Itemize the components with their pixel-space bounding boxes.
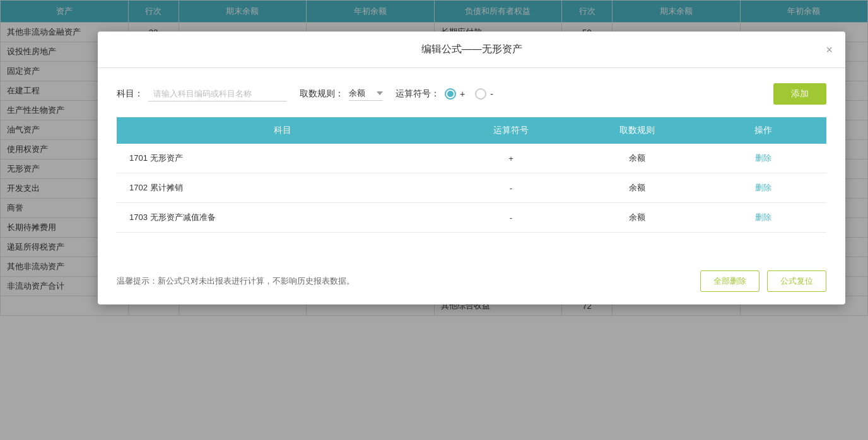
formula-table: 科目 运算符号 取数规则 操作 1701 无形资产 + 余额 删除 1702 累… <box>117 117 826 233</box>
subject-label: 科目： <box>117 88 143 100</box>
subject-group: 科目： <box>117 86 287 101</box>
rule-select[interactable]: 余额 <box>349 88 383 101</box>
radio-plus-circle <box>445 88 456 100</box>
delete-row-link[interactable]: 删除 <box>755 183 771 192</box>
formula-table-header-row: 科目 运算符号 取数规则 操作 <box>117 117 826 144</box>
reset-formula-button[interactable]: 公式复位 <box>767 270 826 292</box>
modal-footer: 温馨提示：新公式只对未出报表进行计算，不影响历史报表数据。 全部删除 公式复位 <box>98 260 845 304</box>
formula-operator-cell: + <box>448 144 574 173</box>
rule-value: 余额 <box>349 88 374 99</box>
subject-input[interactable] <box>148 86 287 101</box>
formula-rule-cell: 余额 <box>574 173 700 203</box>
formula-subject-cell: 1703 无形资产减值准备 <box>117 203 448 233</box>
modal-title: 编辑公式——无形资产 <box>421 43 522 56</box>
operator-group: 运算符号： + - <box>396 88 493 100</box>
edit-formula-modal: 编辑公式——无形资产 × 科目： 取数规则： 余额 运算符号： <box>98 32 845 304</box>
delete-all-button[interactable]: 全部删除 <box>700 270 760 292</box>
th-subject: 科目 <box>117 117 448 144</box>
formula-subject-cell: 1702 累计摊销 <box>117 173 448 203</box>
formula-table-head: 科目 运算符号 取数规则 操作 <box>117 117 826 144</box>
rule-group: 取数规则： 余额 <box>300 88 383 101</box>
operator-minus-radio[interactable]: - <box>475 88 493 100</box>
footer-button-group: 全部删除 公式复位 <box>700 270 826 292</box>
formula-rule-cell: 余额 <box>574 144 700 173</box>
formula-action-cell: 删除 <box>700 144 826 173</box>
delete-row-link[interactable]: 删除 <box>755 153 771 163</box>
operator-plus-label: + <box>460 89 465 99</box>
modal-body: 科目： 取数规则： 余额 运算符号： + <box>98 68 845 260</box>
formula-table-row: 1703 无形资产减值准备 - 余额 删除 <box>117 203 826 233</box>
formula-subject-cell: 1701 无形资产 <box>117 144 448 173</box>
formula-table-row: 1702 累计摊销 - 余额 删除 <box>117 173 826 203</box>
operator-plus-radio[interactable]: + <box>445 88 465 100</box>
formula-action-cell: 删除 <box>700 203 826 233</box>
operator-minus-label: - <box>490 89 493 99</box>
th-rule: 取数规则 <box>574 117 700 144</box>
operator-label: 运算符号： <box>396 88 440 100</box>
operator-radio-group: + - <box>445 88 493 100</box>
rule-label: 取数规则： <box>300 88 344 100</box>
chevron-down-icon[interactable] <box>377 91 383 95</box>
formula-table-row: 1701 无形资产 + 余额 删除 <box>117 144 826 173</box>
th-operator: 运算符号 <box>448 117 574 144</box>
delete-row-link[interactable]: 删除 <box>755 212 771 222</box>
formula-form-row: 科目： 取数规则： 余额 运算符号： + <box>117 83 826 105</box>
radio-minus-circle <box>475 88 486 100</box>
formula-operator-cell: - <box>448 203 574 233</box>
tip-text: 温馨提示：新公式只对未出报表进行计算，不影响历史报表数据。 <box>117 275 355 287</box>
th-action: 操作 <box>700 117 826 144</box>
close-icon[interactable]: × <box>826 44 833 55</box>
formula-rule-cell: 余额 <box>574 203 700 233</box>
formula-table-body: 1701 无形资产 + 余额 删除 1702 累计摊销 - 余额 删除 1703… <box>117 144 826 233</box>
formula-operator-cell: - <box>448 173 574 203</box>
modal-header: 编辑公式——无形资产 × <box>98 32 845 68</box>
add-button[interactable]: 添加 <box>773 83 826 105</box>
formula-action-cell: 删除 <box>700 173 826 203</box>
